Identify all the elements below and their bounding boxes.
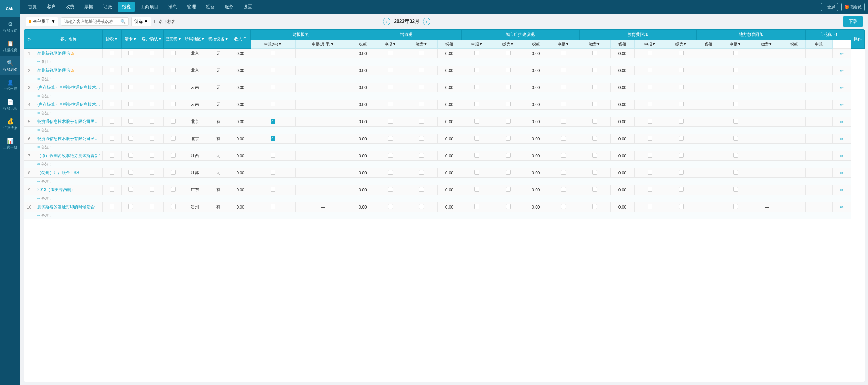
local-edu-fee-cell[interactable] xyxy=(666,134,697,144)
vat-declare-cell[interactable] xyxy=(375,202,406,212)
checkbox-unchecked-icon[interactable] xyxy=(733,85,738,89)
city-declare-cell[interactable] xyxy=(461,185,493,195)
edu-declare-cell[interactable] xyxy=(548,134,579,144)
edu-fee-cell[interactable] xyxy=(579,83,610,92)
fin-year-cell[interactable] xyxy=(251,202,295,212)
edu-fee-cell[interactable] xyxy=(579,49,610,58)
checkbox-unchecked-icon[interactable] xyxy=(679,68,684,72)
nav-home[interactable]: 首页 xyxy=(24,2,41,12)
checkbox-unchecked-icon[interactable] xyxy=(419,170,424,175)
edu-fee-cell[interactable] xyxy=(579,151,610,161)
sidebar-item-tax-view[interactable]: 🔍 报税浏览 xyxy=(0,56,20,75)
checkbox-unchecked-icon[interactable] xyxy=(561,136,566,141)
tax-copy-cell[interactable] xyxy=(103,49,122,58)
checkbox-unchecked-icon[interactable] xyxy=(271,68,275,72)
tax-copy-cell[interactable] xyxy=(103,117,122,127)
edu-fee-cell[interactable] xyxy=(579,185,610,195)
clear-card-cell[interactable] xyxy=(122,185,140,195)
tax-copy-cell[interactable] xyxy=(103,185,122,195)
checkbox-unchecked-icon[interactable] xyxy=(561,68,566,72)
clear-card-cell[interactable] xyxy=(122,168,140,178)
already-declare-cell[interactable] xyxy=(163,117,183,127)
vat-fee-cell[interactable] xyxy=(406,66,437,75)
checkbox-unchecked-icon[interactable] xyxy=(419,187,424,192)
edit-cell[interactable]: ✏ xyxy=(833,100,851,110)
checkbox-unchecked-icon[interactable] xyxy=(648,119,652,124)
nav-invoice[interactable]: 票据 xyxy=(80,2,97,12)
nav-settings[interactable]: 设置 xyxy=(239,2,256,12)
owner-confirm-cell[interactable] xyxy=(140,151,164,161)
remark-pencil-icon[interactable]: ✏ xyxy=(37,111,40,115)
already-declare-cell[interactable] xyxy=(163,134,183,144)
edu-declare-cell[interactable] xyxy=(548,66,579,75)
edu-fee-cell[interactable] xyxy=(579,117,610,127)
local-edu-fee-cell[interactable] xyxy=(666,151,697,161)
checkbox-unchecked-icon[interactable] xyxy=(561,170,566,175)
already-declare-cell[interactable] xyxy=(163,66,183,75)
checkbox-unchecked-icon[interactable] xyxy=(388,85,393,89)
checkbox-unchecked-icon[interactable] xyxy=(171,187,176,192)
owner-confirm-cell[interactable] xyxy=(140,202,164,212)
nav-revenue[interactable]: 收费 xyxy=(61,2,79,12)
checkbox-unchecked-icon[interactable] xyxy=(419,119,424,124)
fin-year-cell[interactable] xyxy=(251,66,295,75)
owner-confirm-cell[interactable] xyxy=(140,185,164,195)
checkbox-unchecked-icon[interactable] xyxy=(128,204,133,209)
checkbox-unchecked-icon[interactable] xyxy=(388,153,393,158)
checkbox-unchecked-icon[interactable] xyxy=(592,187,597,192)
checkbox-unchecked-icon[interactable] xyxy=(648,85,652,89)
checkbox-unchecked-icon[interactable] xyxy=(733,51,738,55)
checkbox-unchecked-icon[interactable] xyxy=(679,85,684,89)
filter-button[interactable]: 筛选 ▼ xyxy=(131,17,151,26)
checkbox-unchecked-icon[interactable] xyxy=(561,51,566,55)
vat-declare-cell[interactable] xyxy=(375,151,406,161)
edu-declare-cell[interactable] xyxy=(548,202,579,212)
checkbox-unchecked-icon[interactable] xyxy=(419,102,424,106)
member-btn[interactable]: 🎁 稻会员 xyxy=(841,3,865,11)
checkbox-unchecked-icon[interactable] xyxy=(733,102,738,106)
checkbox-unchecked-icon[interactable] xyxy=(561,119,566,124)
owner-confirm-cell[interactable] xyxy=(140,117,164,127)
checkbox-unchecked-icon[interactable] xyxy=(419,153,424,158)
checkbox-unchecked-icon[interactable] xyxy=(648,204,652,209)
prev-date-button[interactable]: ‹ xyxy=(383,18,390,25)
edit-icon[interactable]: ✏ xyxy=(840,119,844,125)
tax-copy-cell[interactable] xyxy=(103,134,122,144)
owner-confirm-cell[interactable] xyxy=(140,100,164,110)
checkbox-unchecked-icon[interactable] xyxy=(150,85,154,89)
checkbox-unchecked-icon[interactable] xyxy=(388,102,393,106)
checkbox-unchecked-icon[interactable] xyxy=(128,136,133,141)
checkbox-unchecked-icon[interactable] xyxy=(474,102,479,106)
edit-icon[interactable]: ✏ xyxy=(840,85,844,90)
city-declare-cell[interactable] xyxy=(461,117,493,127)
clear-card-cell[interactable] xyxy=(122,83,140,92)
checkbox-unchecked-icon[interactable] xyxy=(592,119,597,124)
checkbox-unchecked-icon[interactable] xyxy=(679,119,684,124)
remark-pencil-icon[interactable]: ✏ xyxy=(37,60,40,64)
checkbox-unchecked-icon[interactable] xyxy=(733,68,738,72)
city-fee-cell[interactable] xyxy=(493,151,524,161)
checkbox-unchecked-icon[interactable] xyxy=(733,204,738,209)
checkbox-unchecked-icon[interactable] xyxy=(679,51,684,55)
tax-copy-cell[interactable] xyxy=(103,83,122,92)
checkbox-unchecked-icon[interactable] xyxy=(171,136,176,141)
checkbox-unchecked-icon[interactable] xyxy=(474,170,479,175)
clear-card-cell[interactable] xyxy=(122,66,140,75)
checkbox-unchecked-icon[interactable] xyxy=(648,51,652,55)
already-declare-cell[interactable] xyxy=(163,202,183,212)
checkbox-unchecked-icon[interactable] xyxy=(679,204,684,209)
city-fee-cell[interactable] xyxy=(493,117,524,127)
vat-fee-cell[interactable] xyxy=(406,83,437,92)
checkbox-unchecked-icon[interactable] xyxy=(388,119,393,124)
local-edu-declare-cell[interactable] xyxy=(635,151,666,161)
checkbox-unchecked-icon[interactable] xyxy=(506,51,511,55)
checkbox-unchecked-icon[interactable] xyxy=(733,136,738,141)
edit-icon[interactable]: ✏ xyxy=(840,170,844,176)
checkbox-unchecked-icon[interactable] xyxy=(733,119,738,124)
local-edu-declare-cell[interactable] xyxy=(635,185,666,195)
checkbox-unchecked-icon[interactable] xyxy=(271,85,275,89)
edu-fee-cell[interactable] xyxy=(579,66,610,75)
edit-icon[interactable]: ✏ xyxy=(840,204,844,210)
edu-declare-cell[interactable] xyxy=(548,117,579,127)
owner-confirm-cell[interactable] xyxy=(140,168,164,178)
